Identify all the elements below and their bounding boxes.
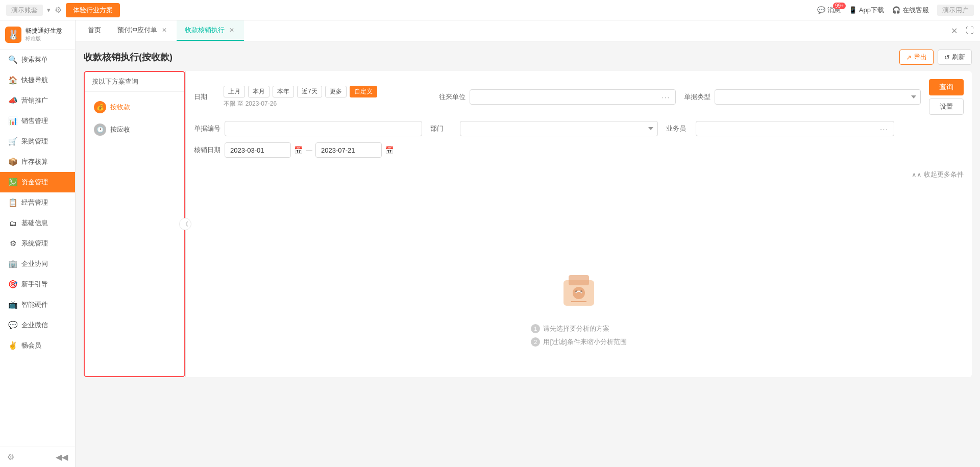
- collapse-icon: ∧∧: [912, 171, 922, 179]
- tab-bar: 首页 预付冲应付单 ✕ 收款核销执行 ✕ ✕ ⛶: [76, 20, 980, 41]
- sidebar-label-shortcut: 快捷导航: [21, 76, 48, 85]
- page-title-bar: 收款核销执行(按收款) ↗ 导出 ↺ 刷新: [84, 50, 972, 65]
- filter-option-receivable[interactable]: 🕐 按应收: [84, 118, 185, 141]
- dept-select[interactable]: [460, 121, 658, 136]
- tab-home[interactable]: 首页: [80, 20, 109, 41]
- sidebar-item-marketing[interactable]: 📣 营销推广: [0, 90, 75, 111]
- date-opt-thisyear[interactable]: 本年: [273, 86, 294, 97]
- marketing-icon: 📣: [8, 96, 17, 105]
- sidebar-item-enterprise[interactable]: 🏢 企业协同: [0, 254, 75, 274]
- sidebar-item-system[interactable]: ⚙ 系统管理: [0, 233, 75, 254]
- svg-point-4: [580, 290, 582, 292]
- sidebar-settings-icon[interactable]: ⚙: [7, 452, 14, 462]
- partner-label: 往来单位: [439, 92, 465, 102]
- sidebar-item-inventory[interactable]: 📦 库存核算: [0, 152, 75, 172]
- docno-label: 单据编号: [194, 124, 220, 133]
- inventory-icon: 📦: [8, 157, 17, 166]
- message-btn[interactable]: 💬 消息 99+: [817, 6, 841, 15]
- sidebar-item-basic[interactable]: 🗂 基础信息: [0, 213, 75, 233]
- dept-label: 部门: [430, 124, 456, 133]
- verify-date-range: 📅 — 📅: [225, 142, 964, 158]
- msg-badge: 99+: [833, 3, 846, 9]
- refresh-label: 刷新: [952, 53, 965, 62]
- empty-hint-2-text: 用[过滤]条件来缩小分析范围: [543, 337, 626, 347]
- verify-date-end-cal-icon[interactable]: 📅: [385, 146, 394, 154]
- tab-home-label: 首页: [88, 26, 101, 35]
- date-options: 上月 本月 本年 近7天 更多 自定义: [224, 86, 377, 97]
- filter-panel-collapse-btn[interactable]: 《: [179, 218, 191, 230]
- tab-maximize-icon[interactable]: ⛶: [964, 24, 976, 37]
- staff-input[interactable]: ···: [696, 121, 894, 136]
- settings-icon[interactable]: ⚙: [55, 5, 62, 15]
- refresh-btn[interactable]: ↺ 刷新: [938, 50, 972, 65]
- company-name[interactable]: 演示账套: [6, 5, 43, 16]
- empty-illustration: [553, 265, 604, 316]
- tab-prepay-close[interactable]: ✕: [160, 26, 168, 34]
- sidebar-item-hardware[interactable]: 📺 智能硬件: [0, 294, 75, 315]
- page-title-actions: ↗ 导出 ↺ 刷新: [899, 50, 972, 65]
- export-btn[interactable]: ↗ 导出: [899, 50, 934, 65]
- doctype-select[interactable]: [715, 89, 921, 105]
- user-avatar[interactable]: 演示用户: [937, 5, 974, 16]
- sidebar-label-member: 畅会员: [21, 341, 41, 350]
- verify-date-end-input[interactable]: [315, 142, 382, 158]
- filter-option-collection[interactable]: 💰 按收款: [84, 96, 185, 118]
- header-left: 演示账套 ▾ ⚙ 体验行业方案: [6, 3, 817, 17]
- date-label: 日期: [194, 92, 219, 102]
- logo-subtitle: 标准版: [26, 35, 62, 42]
- sidebar-item-purchase[interactable]: 🛒 采购管理: [0, 131, 75, 152]
- tab-collection[interactable]: 收款核销执行 ✕: [177, 20, 244, 41]
- app-download-btn[interactable]: 📱 App下载: [849, 6, 884, 15]
- query-btn[interactable]: 查询: [929, 79, 964, 95]
- date-opt-lastmonth[interactable]: 上月: [224, 86, 245, 97]
- company-dropdown-icon[interactable]: ▾: [47, 6, 51, 14]
- tab-close-window-icon[interactable]: ✕: [949, 24, 960, 38]
- date-opt-more[interactable]: 更多: [325, 86, 347, 97]
- sidebar-item-newbie[interactable]: 🎯 新手引导: [0, 274, 75, 294]
- verify-date-field: 核销日期 📅 — 📅: [194, 142, 964, 158]
- staff-label: 业务员: [666, 124, 692, 133]
- tab-prepay-label: 预付冲应付单: [117, 26, 157, 35]
- verify-date-start-input[interactable]: [225, 142, 291, 158]
- sidebar-label-wechat: 企业微信: [21, 321, 48, 330]
- sidebar-item-search[interactable]: 🔍 搜索菜单: [0, 50, 75, 70]
- collection-option-icon: 💰: [94, 101, 106, 113]
- partner-input[interactable]: ···: [470, 89, 676, 105]
- sidebar-label-operation: 经营管理: [21, 198, 48, 207]
- wechat-icon: 💬: [8, 321, 17, 330]
- dept-field: 部门: [430, 121, 658, 136]
- sidebar-label-hardware: 智能硬件: [21, 300, 48, 309]
- sidebar-item-member[interactable]: ✌ 畅会员: [0, 335, 75, 356]
- sidebar-item-operation[interactable]: 📋 经营管理: [0, 192, 75, 213]
- empty-text: 1 请先选择要分析的方案 2 用[过滤]条件来缩小分析范围: [531, 324, 626, 347]
- newbie-icon: 🎯: [8, 280, 17, 289]
- sidebar-item-sales[interactable]: 📊 销售管理: [0, 111, 75, 131]
- query-content: 日期 上月 本月 本年 近7天 更多 自定义: [186, 71, 972, 377]
- date-opt-thismonth[interactable]: 本月: [248, 86, 270, 97]
- sidebar-label-marketing: 营销推广: [21, 96, 48, 105]
- sidebar-label-inventory: 库存核算: [21, 157, 48, 166]
- docno-input[interactable]: [225, 121, 422, 136]
- online-service-btn[interactable]: 🎧 在线客服: [892, 6, 929, 15]
- sidebar-collapse-icon[interactable]: ◀◀: [56, 452, 68, 462]
- system-icon: ⚙: [8, 239, 17, 248]
- refresh-icon: ↺: [944, 54, 950, 61]
- sidebar-item-shortcut[interactable]: 🏠 快捷导航: [0, 70, 75, 90]
- verify-date-start-cal-icon[interactable]: 📅: [294, 146, 303, 154]
- verify-date-separator: —: [306, 146, 312, 154]
- app-logo-icon: 🐰: [5, 27, 21, 43]
- page-content: 收款核销执行(按收款) ↗ 导出 ↺ 刷新 按以下方案查: [76, 41, 980, 467]
- collapse-more-btn[interactable]: ∧∧ 收起更多条件: [194, 166, 964, 183]
- tab-collection-close[interactable]: ✕: [228, 26, 236, 34]
- sidebar-item-finance[interactable]: 💹 资金管理: [0, 172, 75, 192]
- logo-title: 畅捷通好生意: [26, 27, 62, 35]
- form-actions: 查询 设置: [929, 79, 964, 115]
- sidebar-item-wechat[interactable]: 💬 企业微信: [0, 315, 75, 335]
- date-opt-7days[interactable]: 近7天: [297, 86, 322, 97]
- finance-icon: 💹: [8, 178, 17, 187]
- industry-btn[interactable]: 体验行业方案: [66, 3, 120, 17]
- date-opt-custom[interactable]: 自定义: [350, 86, 377, 97]
- date-field: 日期 上月 本月 本年 近7天 更多 自定义: [194, 86, 431, 108]
- query-settings-btn[interactable]: 设置: [929, 99, 964, 115]
- tab-prepay[interactable]: 预付冲应付单 ✕: [109, 20, 177, 41]
